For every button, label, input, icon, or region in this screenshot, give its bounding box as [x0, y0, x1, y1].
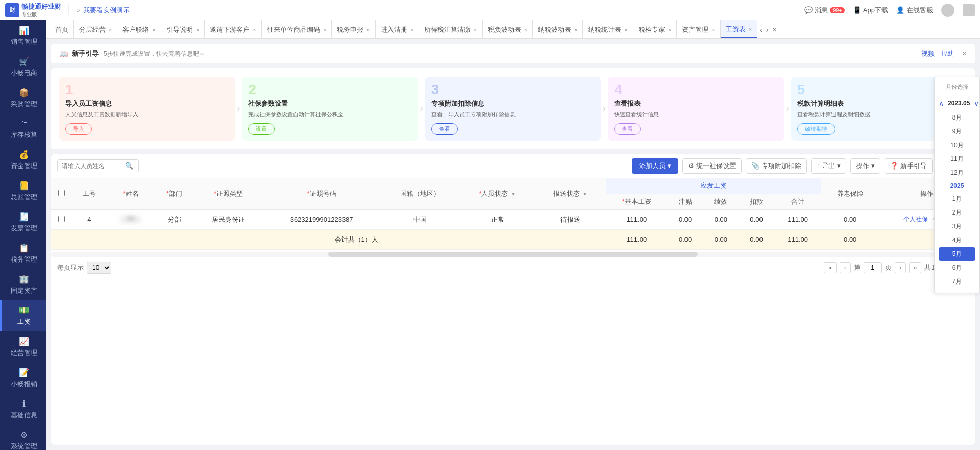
search-input[interactable]	[62, 162, 123, 170]
tab-client[interactable]: 客户联络 ×	[117, 20, 161, 38]
tab-layered-close[interactable]: ×	[109, 27, 112, 33]
tab-tax-burden-close[interactable]: ×	[524, 27, 527, 33]
tab-income-tax[interactable]: 所得税汇算清缴 ×	[419, 20, 482, 38]
month-6[interactable]: 6月	[935, 261, 979, 275]
last-page-btn[interactable]: »	[909, 262, 922, 273]
month-2[interactable]: 2月	[935, 206, 979, 220]
step3-title: 专项附加扣除信息	[431, 99, 595, 108]
add-person-btn[interactable]: 添加人员 ▾	[632, 158, 678, 174]
month-11[interactable]: 11月	[935, 152, 979, 166]
tab-tax-report[interactable]: 税务申报 ×	[332, 20, 375, 38]
tab-layered[interactable]: 分层经营 ×	[74, 20, 117, 38]
row-checkbox[interactable]	[58, 216, 65, 222]
month-5[interactable]: 5月	[939, 247, 975, 261]
sidebar-item-operation[interactable]: 📈 经营管理	[0, 331, 46, 363]
step3-btn[interactable]: 查看	[431, 123, 458, 135]
tab-invite[interactable]: 邀请下游客户 ×	[205, 20, 261, 38]
tab-tax-report-close[interactable]: ×	[366, 27, 370, 33]
sidebar-item-expense[interactable]: 📝 小畅报销	[0, 363, 46, 394]
tab-tax-expert[interactable]: 税检专家 ×	[633, 20, 677, 38]
special-deduct-btn[interactable]: 📎 专项附加扣除	[746, 158, 807, 174]
guide-help-link[interactable]: 帮助	[941, 49, 954, 58]
tab-tax-expert-label: 税检专家	[639, 25, 665, 34]
sidebar-item-purchase[interactable]: 📦 采购管理	[0, 83, 46, 114]
month-12[interactable]: 12月	[935, 166, 979, 180]
tab-income-tax-close[interactable]: ×	[474, 27, 477, 33]
month-9[interactable]: 9月	[935, 125, 979, 138]
page-input[interactable]	[864, 262, 882, 273]
tab-home[interactable]: 首页	[50, 20, 74, 38]
sidebar-item-tax[interactable]: 📋 税务管理	[0, 238, 46, 269]
guide-close-icon[interactable]: ×	[962, 49, 967, 58]
app-download-btn[interactable]: 📱 App下载	[853, 6, 888, 15]
user-more-btn[interactable]	[963, 4, 975, 16]
tab-prev-btn[interactable]: ‹	[757, 26, 764, 34]
tab-guide-desc[interactable]: 引导说明 ×	[161, 20, 205, 38]
step1-btn[interactable]: 导入	[65, 123, 92, 135]
month-next-btn[interactable]: ∨	[974, 99, 979, 107]
sidebar-item-system[interactable]: ⚙ 系统管理	[0, 425, 46, 450]
sidebar-item-finance[interactable]: 💰 资金管理	[0, 145, 46, 176]
tab-product-code[interactable]: 往来单位商品编码 ×	[262, 20, 332, 38]
step5-btn[interactable]: 敬请期待	[797, 123, 835, 135]
sidebar-item-invoice[interactable]: 🧾 发票管理	[0, 207, 46, 238]
sidebar-item-basic[interactable]: ℹ 基础信息	[0, 394, 46, 425]
sidebar-item-ecommerce[interactable]: 🛒 小畅电商	[0, 52, 46, 83]
sidebar-item-payroll[interactable]: 💵 工资	[0, 300, 46, 331]
tab-clearance[interactable]: 进入清册 ×	[376, 20, 419, 38]
month-10[interactable]: 10月	[935, 138, 979, 152]
sidebar-item-ledger[interactable]: 📒 总账管理	[0, 176, 46, 207]
online-service-btn[interactable]: 👤 在线客服	[896, 6, 933, 15]
step4-btn[interactable]: 查看	[614, 123, 641, 135]
message-btn[interactable]: 💬 消息 99+	[804, 6, 845, 15]
tab-tax-wave[interactable]: 纳税波动表 ×	[533, 20, 583, 38]
tab-payroll-close[interactable]: ×	[749, 26, 752, 32]
sidebar-label-finance: 资金管理	[11, 161, 37, 171]
operate-btn[interactable]: 操作 ▾	[850, 158, 880, 174]
scrollbar-thumb[interactable]	[328, 252, 698, 257]
tab-asset-mgmt[interactable]: 资产管理 ×	[677, 20, 720, 38]
search-wrap[interactable]: 🔍	[57, 159, 139, 172]
tab-tax-stat[interactable]: 纳税统计表 ×	[583, 20, 633, 38]
sidebar-item-assets[interactable]: 🏢 固定资产	[0, 269, 46, 300]
tab-guide-desc-close[interactable]: ×	[196, 27, 199, 33]
demo-link[interactable]: 我要看实例演示	[83, 6, 130, 15]
tab-next-btn[interactable]: ›	[764, 26, 771, 34]
tab-product-code-close[interactable]: ×	[323, 27, 326, 33]
tab-tax-wave-close[interactable]: ×	[574, 27, 577, 33]
horizontal-scrollbar[interactable]	[51, 252, 975, 257]
report-filter-icon[interactable]: ▼	[582, 191, 587, 197]
tab-client-close[interactable]: ×	[152, 27, 155, 33]
tab-tax-burden[interactable]: 税负波动表 ×	[483, 20, 533, 38]
prev-page-btn[interactable]: ‹	[840, 262, 851, 273]
sidebar-item-inventory[interactable]: 🗂 库存核算	[0, 114, 46, 145]
th-nationality: 国籍（地区）	[380, 178, 460, 210]
export-btn[interactable]: ↑ 导出 ▾	[811, 158, 847, 174]
tab-tax-expert-close[interactable]: ×	[668, 27, 671, 33]
month-1[interactable]: 1月	[935, 192, 979, 206]
month-3[interactable]: 3月	[935, 220, 979, 233]
guide-btn[interactable]: ❓ 新手引导	[885, 158, 933, 174]
month-prev-btn[interactable]: ∧	[939, 99, 944, 107]
action-social-link[interactable]: 个人社保	[903, 216, 928, 223]
status-filter-icon[interactable]: ▼	[511, 191, 516, 197]
guide-video-link[interactable]: 视频	[921, 49, 935, 58]
month-8[interactable]: 8月	[935, 111, 979, 125]
avatar[interactable]	[941, 4, 954, 17]
tab-payroll[interactable]: 工资表 ×	[721, 20, 757, 38]
social-settings-btn[interactable]: ⚙ 统一社保设置	[682, 158, 742, 174]
tab-asset-mgmt-close[interactable]: ×	[712, 27, 715, 33]
tab-clearance-close[interactable]: ×	[410, 27, 413, 33]
select-all-checkbox[interactable]	[58, 190, 65, 196]
tab-close-all-btn[interactable]: ×	[770, 26, 778, 34]
month-7[interactable]: 7月	[935, 275, 979, 289]
sidebar-item-sales[interactable]: 📊 销售管理	[0, 20, 46, 52]
first-page-btn[interactable]: «	[824, 262, 837, 273]
month-4[interactable]: 4月	[935, 233, 979, 247]
next-page-btn[interactable]: ›	[895, 262, 906, 273]
step2-btn[interactable]: 设置	[248, 123, 275, 135]
tab-invite-close[interactable]: ×	[253, 27, 256, 33]
page-size-select[interactable]: 10	[87, 262, 111, 274]
tab-tax-stat-close[interactable]: ×	[624, 27, 627, 33]
sidebar-label-ledger: 总账管理	[11, 193, 37, 202]
